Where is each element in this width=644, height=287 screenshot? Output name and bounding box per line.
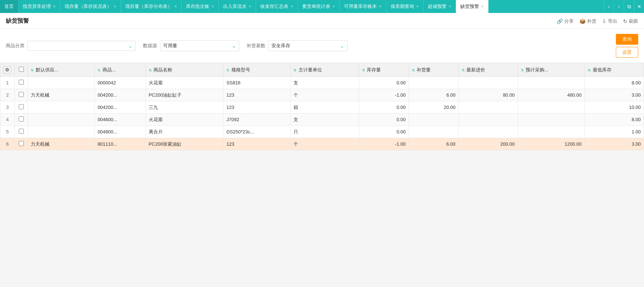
close-tab-available-ledger[interactable]: × (379, 4, 382, 9)
table-row: 3 004200... 三九 123 箱 0.00 20.00 10.00 (0, 101, 644, 114)
latest-price-cell: 200.00 (458, 138, 518, 150)
row-num-cell: 5 (0, 126, 15, 138)
query-button[interactable]: 查询 (616, 34, 638, 45)
tab-overstock-warning[interactable]: 超储预警 × (423, 0, 456, 13)
spec-cell: DS250*23c... (223, 126, 291, 138)
row-checkbox-cell[interactable] (15, 89, 28, 101)
product-name-cell: 火花塞 (145, 114, 223, 126)
product-code-header[interactable]: ⇅ 商品... (95, 63, 145, 77)
page-header: 缺货预警 🔗 分享 📦 补货 ⇩ 导出 ↻ 刷新 (0, 13, 644, 29)
close-tab-purchase-stat[interactable]: × (332, 4, 335, 9)
unit-header[interactable]: ⇅ 主计量单位 (290, 63, 359, 77)
unit-cell: 个 (290, 138, 359, 150)
refresh-button[interactable]: ↻ 刷新 (623, 18, 638, 25)
product-name-cell: 三九 (145, 101, 223, 114)
tab-home[interactable]: 首页 (0, 0, 18, 13)
inventory-cell: 0.00 (359, 101, 409, 114)
replenish-base-dropdown-icon: ⌄ (340, 43, 344, 49)
unit-cell: 只 (290, 126, 359, 138)
table-header-row: ⚙ ⇅ 默认供应... ⇅ 商品... ⇅ 商品名称 (0, 63, 644, 77)
product-name-header[interactable]: ⇅ 商品名称 (145, 63, 223, 77)
spec-header[interactable]: ⇅ 规格型号 (223, 63, 291, 77)
tab-collect-summary[interactable]: 收发存汇总表 × (256, 0, 298, 13)
column-settings-icon[interactable]: ⚙ (3, 66, 11, 74)
category-label: 商品分类 (6, 43, 25, 49)
inventory-cell: 0.00 (359, 77, 409, 89)
settings-button[interactable]: 设置 (616, 47, 638, 58)
page-content: 缺货预警 🔗 分享 📦 补货 ⇩ 导出 ↻ 刷新 商品分类 (0, 13, 644, 150)
inventory-cell: -1.00 (359, 89, 409, 101)
filter-actions: 查询 设置 (616, 34, 638, 58)
datasource-select-value: 可用量 (163, 43, 229, 49)
row-checkbox[interactable] (19, 116, 24, 122)
tab-expiry-query[interactable]: 保质期查询 × (386, 0, 423, 13)
inventory-cell: -1.00 (359, 138, 409, 150)
nav-restore-button[interactable]: ⧉ (624, 0, 634, 13)
tab-inout-flow[interactable]: 出入库流水 × (219, 0, 256, 13)
tab-abnormal[interactable]: 拣货异常处理 × (18, 0, 60, 13)
category-select[interactable]: ⌄ (27, 41, 136, 51)
close-tab-overstock-warning[interactable]: × (449, 4, 451, 9)
default-supplier-sort-icon: ⇅ (31, 68, 34, 72)
replenish-qty-header[interactable]: ⇅ 补货量 (409, 63, 458, 77)
est-purchase-header[interactable]: ⇅ 预计采购... (518, 63, 584, 77)
min-inventory-sort-icon: ⇅ (588, 68, 591, 72)
close-tab-inventory-dist[interactable]: × (174, 4, 177, 9)
row-checkbox[interactable] (19, 141, 24, 146)
supplier-cell (28, 114, 95, 126)
spec-cell: 123 (223, 138, 291, 150)
row-checkbox-cell[interactable] (15, 138, 28, 150)
row-checkbox-cell[interactable] (15, 101, 28, 114)
product-code-cell: 004200... (95, 89, 145, 101)
nav-prev-button[interactable]: ‹ (604, 0, 614, 13)
close-tab-collect-summary[interactable]: × (291, 4, 293, 9)
close-tab-abnormal[interactable]: × (53, 4, 56, 9)
tab-purchase-stat[interactable]: 要货单统计表 × (298, 0, 340, 13)
default-supplier-header[interactable]: ⇅ 默认供应... (28, 63, 95, 77)
product-code-cell: 004600... (95, 114, 145, 126)
share-icon: 🔗 (557, 18, 563, 24)
inventory-header[interactable]: ⇅ 库存量 (359, 63, 409, 77)
min-inventory-cell: 8.00 (585, 114, 644, 126)
tab-inventory-status[interactable]: 现存量（库存状况表） × (60, 0, 121, 13)
row-checkbox-cell[interactable] (15, 114, 28, 126)
tab-shortage-warning[interactable]: 缺货预警 × (456, 0, 488, 13)
tab-available-ledger[interactable]: 可用量库存账本 × (340, 0, 386, 13)
product-name-sort-icon: ⇅ (149, 68, 152, 72)
replenish-button[interactable]: 📦 补货 (579, 18, 596, 25)
close-tab-inout-flow[interactable]: × (249, 4, 251, 9)
tab-inventory-dist[interactable]: 现存量（库存分布表） × (121, 0, 182, 13)
close-tab-expiry-query[interactable]: × (416, 4, 419, 9)
replenish-qty-sort-icon: ⇅ (412, 68, 415, 72)
close-tab-shortage-warning[interactable]: × (481, 4, 484, 9)
row-checkbox[interactable] (19, 92, 24, 97)
datasource-label: 数据源 (143, 43, 157, 49)
spec-cell: 123 (223, 89, 291, 101)
share-button[interactable]: 🔗 分享 (557, 18, 574, 25)
est-purchase-cell (518, 126, 584, 138)
row-checkbox[interactable] (19, 104, 24, 109)
tab-batch-account[interactable]: 库存批次账 × (182, 0, 219, 13)
latest-price-header[interactable]: ⇅ 最新进价 (458, 63, 518, 77)
close-tab-inventory-status[interactable]: × (114, 4, 116, 9)
unit-cell: 支 (290, 114, 359, 126)
row-checkbox-cell[interactable] (15, 126, 28, 138)
nav-close-button[interactable]: ✕ (634, 0, 644, 13)
replenish-base-select[interactable]: 安全库存 ⌄ (268, 40, 348, 51)
category-filter-group: 商品分类 ⌄ (6, 41, 136, 51)
datasource-select[interactable]: 可用量 ⌄ (160, 40, 239, 51)
header-actions: 🔗 分享 📦 补货 ⇩ 导出 ↻ 刷新 (557, 18, 638, 25)
nav-next-button[interactable]: › (614, 0, 624, 13)
supplier-cell (28, 101, 95, 114)
close-tab-batch-account[interactable]: × (212, 4, 214, 9)
row-checkbox-cell[interactable] (15, 77, 28, 89)
replenish-base-filter-group: 补货基数 安全库存 ⌄ (247, 40, 348, 51)
min-inventory-header[interactable]: ⇅ 最低库存 (585, 63, 644, 77)
replenish-qty-cell: 6.00 (409, 89, 458, 101)
checkbox-column-header (15, 63, 28, 77)
latest-price-cell (458, 114, 518, 126)
select-all-checkbox[interactable] (19, 67, 24, 72)
row-checkbox[interactable] (19, 129, 24, 134)
export-button[interactable]: ⇩ 导出 (602, 18, 617, 25)
row-checkbox[interactable] (19, 80, 24, 85)
